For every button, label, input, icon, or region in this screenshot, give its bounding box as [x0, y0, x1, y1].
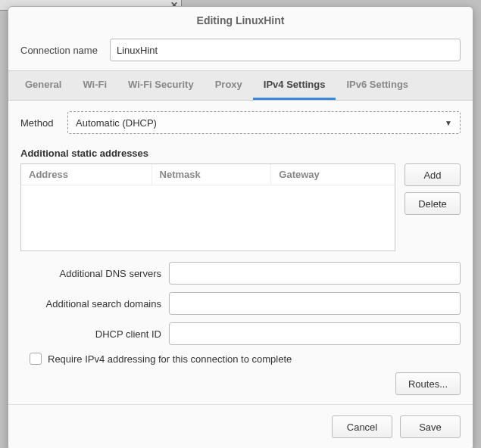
method-value: Automatic (DHCP) [76, 117, 157, 129]
tab-body: Method Automatic (DHCP) ▼ Additional sta… [8, 101, 473, 404]
cancel-button[interactable]: Cancel [332, 415, 392, 438]
col-gateway: Gateway [271, 164, 395, 185]
tab-proxy[interactable]: Proxy [205, 71, 253, 100]
tab-wifi-security[interactable]: Wi-Fi Security [117, 71, 205, 100]
routes-button[interactable]: Routes... [395, 372, 461, 395]
dns-row: Additional DNS servers [20, 262, 461, 285]
col-address: Address [21, 164, 152, 185]
addresses-area: Address Netmask Gateway Add Delete [20, 163, 461, 251]
search-domains-input[interactable] [169, 292, 461, 315]
require-ipv4-checkbox[interactable] [30, 353, 42, 365]
addresses-table[interactable]: Address Netmask Gateway [20, 163, 395, 251]
dns-input[interactable] [169, 262, 461, 285]
save-button[interactable]: Save [400, 415, 461, 438]
delete-button[interactable]: Delete [404, 192, 461, 215]
connection-name-label: Connection name [20, 45, 110, 56]
tab-ipv6-settings[interactable]: IPv6 Settings [336, 71, 419, 100]
method-label: Method [20, 117, 67, 129]
edit-connection-dialog: Editing LinuxHint Connection name Genera… [8, 6, 473, 448]
tabs-bar: General Wi-Fi Wi-Fi Security Proxy IPv4 … [8, 70, 473, 101]
require-ipv4-label: Require IPv4 addressing for this connect… [48, 353, 292, 365]
chevron-down-icon: ▼ [445, 119, 452, 127]
addresses-buttons: Add Delete [404, 163, 461, 251]
dns-label: Additional DNS servers [20, 268, 169, 279]
additional-addresses-heading: Additional static addresses [20, 148, 461, 159]
dhcp-client-id-label: DHCP client ID [20, 328, 169, 340]
dhcp-client-id-row: DHCP client ID [20, 322, 461, 345]
connection-name-input[interactable] [110, 39, 461, 61]
col-netmask: Netmask [152, 164, 272, 185]
search-domains-row: Additional search domains [20, 292, 461, 315]
search-domains-label: Additional search domains [20, 298, 169, 310]
method-combobox[interactable]: Automatic (DHCP) ▼ [67, 111, 461, 134]
require-ipv4-row: Require IPv4 addressing for this connect… [30, 353, 461, 365]
routes-row: Routes... [20, 372, 461, 395]
tab-wifi[interactable]: Wi-Fi [72, 71, 117, 100]
connection-name-row: Connection name [8, 36, 473, 70]
dialog-footer: Cancel Save [8, 404, 473, 448]
tab-general[interactable]: General [14, 71, 72, 100]
dialog-title: Editing LinuxHint [8, 7, 473, 36]
add-button[interactable]: Add [404, 163, 461, 186]
method-row: Method Automatic (DHCP) ▼ [20, 111, 461, 134]
tab-ipv4-settings[interactable]: IPv4 Settings [253, 71, 336, 100]
addresses-table-header: Address Netmask Gateway [21, 164, 395, 185]
dhcp-client-id-input[interactable] [169, 322, 461, 345]
